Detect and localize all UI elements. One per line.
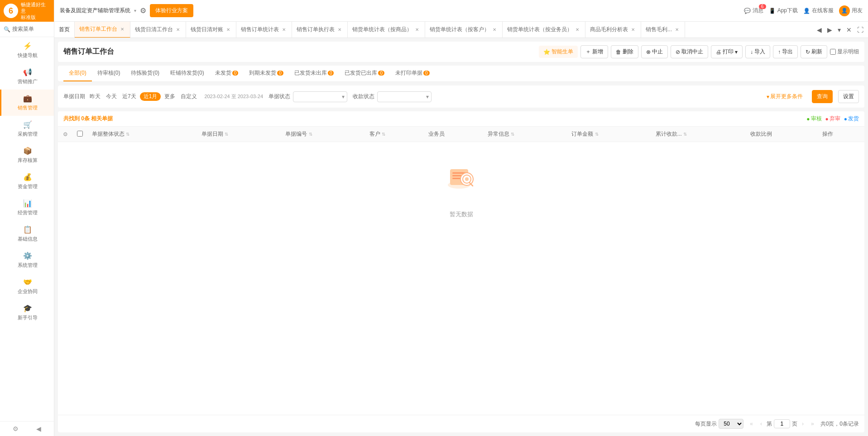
shortcut-yesterday[interactable]: 昨天 [88,92,102,101]
sub-tab-shipped-stocked[interactable]: 已发货已出库0 [339,66,390,81]
sidebar-item-sales[interactable]: 💼 销售管理 [0,90,54,116]
tab-close-sales-exec[interactable]: ✕ [336,27,343,33]
shortcut-today[interactable]: 今天 [104,92,119,101]
sub-tab-pending-audit[interactable]: 待审核(0) [92,66,126,81]
sidebar-search[interactable]: 🔍 搜索菜单 [0,22,54,37]
tab-close-customer-stats[interactable]: ✕ [491,27,498,33]
tab-close-sales-stats[interactable]: ✕ [281,27,287,33]
payment-label: 收款状态 [353,93,374,100]
tab-margin-analysis[interactable]: 商品毛利分析表 ✕ [585,22,641,38]
tab-scroll-right-btn[interactable]: ▶ [825,25,834,34]
tab-maximize-btn[interactable]: ⛶ [855,25,865,34]
last-page-btn[interactable]: » [808,420,817,428]
sub-tab-wangpu[interactable]: 旺铺待发货(0) [165,66,210,81]
select-all-checkbox[interactable] [77,131,83,137]
show-detail-label[interactable]: 显示明细 [830,48,859,56]
tab-salesperson-stats[interactable]: 销货单统计表（按业务员） ✕ [503,22,585,38]
sub-tab-all[interactable]: 全部(0) [63,66,92,81]
suspend-btn[interactable]: ⊗ 中止 [641,45,668,58]
setting-btn[interactable]: 设置 [838,90,859,103]
topbar-gear-icon[interactable]: ⚙ [140,6,146,15]
shortcut-more[interactable]: 更多 [163,92,177,101]
sidebar-item-base[interactable]: 📋 基础信息 [0,221,54,247]
sub-tab-unshipped[interactable]: 未发货0 [210,66,244,81]
sidebar-collapse-btn[interactable]: ◀ [36,425,41,432]
first-page-btn[interactable]: « [747,420,756,428]
sidebar-item-inventory[interactable]: 📦 库存核算 [0,142,54,168]
tab-customer-stats[interactable]: 销货单统计表（按客户） ✕ [425,22,503,38]
sidebar-item-system[interactable]: ⚙️ 系统管理 [0,247,54,273]
delete-btn[interactable]: 🗑 删除 [611,45,638,58]
page-number-input[interactable] [774,419,790,428]
import-btn[interactable]: ↓ 导入 [745,45,770,58]
tab-close-reconcile[interactable]: ✕ [225,27,231,33]
tab-cash-daily[interactable]: 钱货日清工作台 ✕ [130,22,186,38]
table-container[interactable]: ⚙ 单据整体状态 ⇅ 单据日期 ⇅ 单据编号 [58,127,864,415]
sidebar-settings-btn[interactable]: ⚙ [13,425,19,432]
tab-reconcile[interactable]: 钱货日清对账 ✕ [186,22,236,38]
th-status[interactable]: 单据整体状态 ⇅ [87,127,197,142]
th-collected[interactable]: 累计收款... ⇅ [651,127,746,142]
sub-tab-pending-inspect[interactable]: 待拣验货(0) [125,66,165,81]
th-salesperson[interactable]: 业务员 [424,127,483,142]
smart-order-btn[interactable]: ⭐ 智能生单 [539,46,578,58]
sidebar-item-operations[interactable]: 📊 经营管理 [0,194,54,221]
tab-close-margin-analysis[interactable]: ✕ [630,27,636,33]
sidebar-item-quick-nav[interactable]: ⚡ 快捷导航 [0,37,54,63]
shortcut-1month[interactable]: 近1月 [140,92,161,101]
payment-select[interactable] [377,91,432,102]
sidebar-item-marketing[interactable]: 📢 营销推广 [0,63,54,90]
shortcut-7days[interactable]: 近7天 [120,92,138,101]
tab-sales-exec[interactable]: 销售订单执行表 ✕ [292,22,348,38]
shortcut-custom[interactable]: 自定义 [179,92,199,101]
th-checkbox[interactable] [72,127,87,142]
tab-close-sales-order[interactable]: ✕ [119,26,125,33]
th-exception[interactable]: 异常信息 ⇅ [483,127,567,142]
tab-close-sales-margin[interactable]: ✕ [674,27,680,33]
show-detail-checkbox[interactable] [830,49,836,55]
print-dropdown-icon: ▾ [735,49,738,55]
tab-sales-stats[interactable]: 销售订单统计表 ✕ [236,22,292,38]
user-item[interactable]: 👤 用友 [839,5,863,16]
export-btn[interactable]: ↑ 导出 [773,45,798,58]
status-select[interactable] [293,91,347,102]
th-amount[interactable]: 订单金额 ⇅ [567,127,651,142]
add-btn[interactable]: ＋ 新增 [580,45,608,58]
sub-tab-overdue[interactable]: 到期未发货0 [244,66,289,81]
sidebar-item-finance[interactable]: 💰 资金管理 [0,168,54,194]
refresh-btn[interactable]: ↻ 刷新 [801,45,827,58]
sub-tab-unprinted[interactable]: 未打印单据0 [390,66,435,81]
print-btn[interactable]: 🖨 打印 ▾ [711,45,743,58]
sidebar-item-purchase[interactable]: 🛒 采购管理 [0,116,54,142]
cancel-suspend-btn[interactable]: ⊘ 取消中止 [671,45,708,58]
prev-page-btn[interactable]: ‹ [758,420,765,428]
th-number[interactable]: 单据编号 ⇅ [281,127,365,142]
tab-scroll-left-btn[interactable]: ◀ [815,25,824,34]
th-settings[interactable]: ⚙ [58,127,72,142]
sidebar-item-guide[interactable]: 🎓 新手引导 [0,299,54,326]
message-item[interactable]: 💬 消息 6 [744,7,763,14]
next-page-btn[interactable]: › [799,420,806,428]
tab-goods-stats[interactable]: 销货单统计表（按商品） ✕ [348,22,425,38]
tab-sales-order[interactable]: 销售订单工作台 ✕ [75,22,130,38]
expand-btn[interactable]: ▾ 展开更多条件 [767,93,803,100]
sidebar-item-collab[interactable]: 🤝 企业协同 [0,273,54,299]
unaudit-action-btn[interactable]: ● 弃审 [825,115,840,123]
query-btn[interactable]: 查询 [812,90,833,103]
tab-close-all-btn[interactable]: ✕ [844,25,854,34]
tab-home[interactable]: 首页 [54,22,75,38]
online-service-item[interactable]: 👤 在线客服 [803,7,834,14]
tab-sales-margin[interactable]: 销售毛利... ✕ [641,22,685,38]
th-date[interactable]: 单据日期 ⇅ [197,127,281,142]
industry-btn[interactable]: 体验行业方案 [150,4,193,17]
th-customer[interactable]: 客户 ⇅ [365,127,423,142]
sub-tab-shipped-unstocked[interactable]: 已发货未出库0 [289,66,340,81]
tab-close-goods-stats[interactable]: ✕ [414,27,420,33]
app-download-item[interactable]: 📱 App下载 [769,7,798,14]
tab-close-cash-daily[interactable]: ✕ [175,27,181,33]
tab-more-btn[interactable]: ▾ [836,25,843,34]
ship-action-btn[interactable]: ● 发货 [844,115,859,123]
audit-action-btn[interactable]: ● 审核 [806,115,821,123]
page-size-select[interactable]: 50 100 200 [719,419,743,429]
tab-close-salesperson-stats[interactable]: ✕ [574,27,580,33]
